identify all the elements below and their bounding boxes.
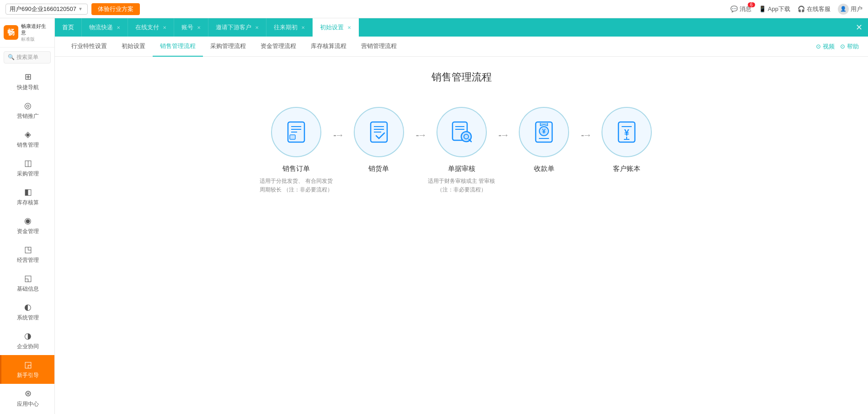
- message-icon: 💬: [730, 5, 738, 12]
- nav-tab-close-logistics[interactable]: ✕: [117, 25, 120, 30]
- menu-label-inventory: 库存核算: [17, 199, 39, 207]
- sub-tab-inventory-flow[interactable]: 库存核算流程: [304, 37, 354, 57]
- menu-icon-enterprise-collab: ◑: [24, 331, 32, 341]
- flow-circle-sales-invoice: [354, 107, 404, 157]
- menu-label-finance-mgmt: 资金管理: [17, 228, 39, 235]
- nav-tab-close-initial-setup[interactable]: ✕: [347, 25, 351, 30]
- sub-tab-right: ⊙ 视频 ⊙ 帮助: [816, 42, 859, 51]
- logo-version: 标准版: [21, 36, 51, 42]
- menu-label-enterprise-collab: 企业协同: [17, 343, 39, 350]
- flow-step-sales-invoice[interactable]: 销货单: [342, 107, 415, 177]
- flow-arrow-3: ···→: [498, 107, 508, 140]
- headset-icon: 🎧: [798, 5, 805, 12]
- menu-label-system-mgmt: 系统管理: [17, 314, 39, 322]
- flow-circle-doc-review: [437, 107, 487, 157]
- menu-icon-marketing-promo: ◎: [24, 101, 32, 111]
- sidebar-item-sales-mgmt[interactable]: ◈ 销售管理: [0, 125, 54, 154]
- flow-step-customer-ledger[interactable]: ¥ 客户账本: [590, 107, 663, 177]
- nav-close-all-btn[interactable]: ✕: [850, 22, 868, 32]
- menu-label-operations-mgmt: 经营管理: [17, 256, 39, 264]
- app-download-label: App下载: [768, 5, 790, 13]
- sidebar-item-system-mgmt[interactable]: ◐ 系统管理: [0, 297, 54, 326]
- app-download-btn[interactable]: 📱 App下载: [759, 5, 790, 13]
- app-download-icon: 📱: [759, 5, 766, 12]
- flow-step-name-receipt: 收款单: [534, 165, 554, 173]
- avatar: 👤: [838, 4, 849, 15]
- sidebar-item-new-user-guide[interactable]: ◲ 新手引导: [0, 355, 54, 384]
- nav-tab-home[interactable]: 首页: [55, 18, 82, 37]
- sub-tab-finance-flow[interactable]: 资金管理流程: [253, 37, 304, 57]
- sidebar-item-basic-info[interactable]: ◱ 基础信息: [0, 269, 54, 297]
- sidebar-item-inventory[interactable]: ◧ 库存核算: [0, 182, 54, 211]
- top-bar-right: 💬 消息 6 📱 App下载 🎧 在线客服 👤 用户: [730, 4, 863, 15]
- search-icon: 🔍: [8, 54, 15, 60]
- menu-icon-operations-mgmt: ◳: [24, 244, 32, 255]
- menu-icon-purchase-mgmt: ◫: [24, 158, 32, 168]
- svg-text:¥: ¥: [624, 127, 629, 138]
- page-content: 销售管理流程 销售订单适用于分批发货、 有合同发货周期较长 （注：非必要流程）·…: [55, 57, 868, 414]
- user-name-label: 用户: [851, 5, 863, 13]
- svg-text:¥: ¥: [542, 127, 546, 135]
- sidebar-item-operations-mgmt[interactable]: ◳ 经营管理: [0, 240, 54, 269]
- flow-step-desc-sales-order: 适用于分批发货、 有合同发货周期较长 （注：非必要流程）: [260, 177, 333, 194]
- nav-tab-initial-setup[interactable]: 初始设置✕: [313, 18, 359, 37]
- sidebar-item-enterprise-collab[interactable]: ◑ 企业协同: [0, 326, 54, 355]
- sidebar-item-enterprise-wechat[interactable]: ◫ 企业微信: [0, 413, 54, 414]
- nav-tab-label-account: 账号: [181, 23, 193, 32]
- sub-tab-purchase-flow[interactable]: 采购管理流程: [203, 37, 253, 57]
- flow-arrow-2: ···→: [415, 107, 425, 140]
- user-profile-btn[interactable]: 👤 用户: [838, 4, 863, 15]
- trial-btn[interactable]: 体验行业方案: [91, 3, 140, 15]
- online-service-label: 在线客服: [807, 5, 831, 13]
- sidebar: 畅 畅康道好生意 标准版 🔍 搜索菜单 ⊞ 快捷导航◎ 营销推广◈ 销售管理◫ …: [0, 18, 55, 414]
- svg-line-14: [469, 139, 471, 142]
- flow-step-sales-order[interactable]: 销售订单适用于分批发货、 有合同发货周期较长 （注：非必要流程）: [260, 107, 333, 194]
- menu-label-app-center: 应用中心: [17, 400, 39, 408]
- logo-text-container: 畅康道好生意 标准版: [21, 23, 51, 42]
- online-service-btn[interactable]: 🎧 在线客服: [798, 5, 831, 13]
- menu-label-purchase-mgmt: 采购管理: [17, 170, 39, 178]
- menu-label-basic-info: 基础信息: [17, 285, 39, 293]
- sub-tabs: 行业特性设置初始设置销售管理流程采购管理流程资金管理流程库存核算流程营销管理流程…: [55, 37, 868, 57]
- sub-tab-initial-setup[interactable]: 初始设置: [114, 37, 153, 57]
- menu-label-marketing-promo: 营销推广: [17, 112, 39, 120]
- menu-label-quick-nav: 快捷导航: [17, 84, 39, 91]
- nav-tab-close-account[interactable]: ✕: [197, 25, 201, 30]
- nav-tab-logistics[interactable]: 物流快递✕: [82, 18, 128, 37]
- help-link[interactable]: ⊙ 帮助: [840, 42, 859, 51]
- user-selector[interactable]: 用户690企业1660120507 ▼: [5, 4, 88, 15]
- sub-tab-sales-flow[interactable]: 销售管理流程: [153, 37, 203, 57]
- sub-tab-industry-settings[interactable]: 行业特性设置: [64, 37, 114, 57]
- nav-tab-close-invite-downstream[interactable]: ✕: [255, 25, 259, 30]
- sidebar-menu: ⊞ 快捷导航◎ 营销推广◈ 销售管理◫ 采购管理◧ 库存核算◉ 资金管理◳ 经营…: [0, 67, 54, 414]
- sidebar-item-marketing-promo[interactable]: ◎ 营销推广: [0, 96, 54, 125]
- nav-tab-label-home: 首页: [62, 23, 74, 32]
- sidebar-search[interactable]: 🔍 搜索菜单: [0, 48, 54, 67]
- nav-tab-period-init[interactable]: 往来期初✕: [266, 18, 313, 37]
- svg-rect-4: [290, 135, 295, 139]
- nav-tab-label-initial-setup: 初始设置: [320, 23, 344, 32]
- sidebar-logo: 畅 畅康道好生意 标准版: [0, 18, 54, 48]
- sidebar-item-quick-nav[interactable]: ⊞ 快捷导航: [0, 67, 54, 96]
- sidebar-item-finance-mgmt[interactable]: ◉ 资金管理: [0, 211, 54, 240]
- nav-tab-payment[interactable]: 在线支付✕: [128, 18, 174, 37]
- nav-tab-invite-downstream[interactable]: 邀请下游客户✕: [208, 18, 266, 37]
- flow-step-name-sales-order: 销售订单: [282, 165, 310, 173]
- nav-tab-close-payment[interactable]: ✕: [163, 25, 166, 30]
- search-label: 搜索菜单: [16, 53, 38, 61]
- flow-arrow-4: ···→: [580, 107, 590, 140]
- flow-circle-receipt: ¥: [519, 107, 569, 157]
- flow-step-receipt[interactable]: ¥ 收款单: [507, 107, 580, 177]
- video-link[interactable]: ⊙ 视频: [816, 42, 835, 51]
- search-btn[interactable]: 🔍 搜索菜单: [4, 51, 51, 64]
- flow-step-name-sales-invoice: 销货单: [368, 165, 389, 173]
- flow-step-doc-review[interactable]: 单据审核适用于财务审核或主 管审核 （注：非必要流程）: [425, 107, 498, 194]
- nav-tab-close-period-init[interactable]: ✕: [301, 25, 305, 30]
- nav-tab-label-invite-downstream: 邀请下游客户: [216, 23, 251, 32]
- sidebar-item-app-center[interactable]: ⊛ 应用中心: [0, 384, 54, 413]
- message-btn[interactable]: 💬 消息 6: [730, 5, 751, 13]
- nav-tab-account[interactable]: 账号✕: [174, 18, 208, 37]
- flow-step-name-customer-ledger: 客户账本: [613, 165, 640, 173]
- sidebar-item-purchase-mgmt[interactable]: ◫ 采购管理: [0, 154, 54, 182]
- sub-tab-marketing-flow[interactable]: 营销管理流程: [354, 37, 404, 57]
